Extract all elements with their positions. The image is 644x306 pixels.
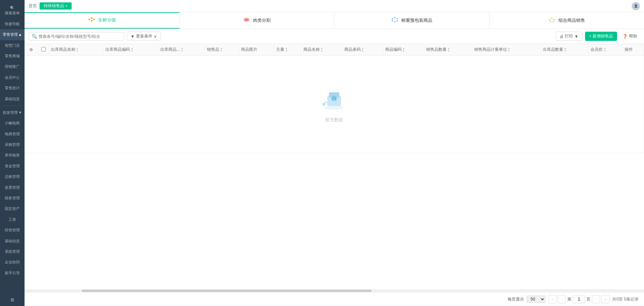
add-product-button[interactable]: + 新增销售品 (585, 32, 617, 41)
help-button[interactable]: ❓ 帮助 (620, 32, 640, 41)
sidebar-item-tax-mgmt[interactable]: 税务管理 (0, 193, 25, 203)
prev-page-button[interactable]: ‹ (558, 295, 566, 303)
sidebar-item-basic-info2[interactable]: 基础信息 (0, 236, 25, 246)
th-outlet-code[interactable]: 出库商品编码▲▼ (103, 44, 158, 56)
sidebar-item-new-guide[interactable]: 新手引导 (0, 268, 25, 278)
sidebar-item-invoice-mgmt[interactable]: 发票管理 (0, 182, 25, 193)
toolbar-right: 🖨 打印 ▼ + 新增销售品 ❓ 帮助 (556, 32, 640, 41)
sidebar-item-retail-mgmt[interactable]: 零售管理 ▲ (0, 29, 25, 40)
svg-point-1 (91, 17, 92, 19)
topbar: 首页 特殊销售品 × 👤 (25, 0, 644, 12)
tab-weigh-pack[interactable]: 称重预包装商品 (334, 12, 490, 29)
svg-point-13 (551, 18, 553, 19)
content-area: 生鲜分级 肉类分割 (25, 12, 644, 306)
per-page-label: 每页显示 (508, 296, 524, 302)
print-button[interactable]: 🖨 打印 ▼ (556, 32, 582, 41)
svg-point-16 (553, 21, 554, 22)
breadcrumb-home[interactable]: 首页 (29, 3, 37, 9)
fresh-icon (88, 16, 95, 24)
sort-arrows: ▲▼ (76, 47, 79, 52)
arrow-icon: ▲ (18, 32, 22, 37)
scrollbar-thumb[interactable] (82, 290, 372, 292)
sort-arrows-7: ▲▼ (361, 47, 364, 52)
table-container: ⚙ 出库商品名称▲▼ 出库商品编码▲▼ 出库商品...▲▼ (25, 44, 644, 289)
sidebar-item-sales-promo[interactable]: 营销推广 (0, 61, 25, 72)
sidebar-item-retail-stats[interactable]: 零售统计 (0, 83, 25, 93)
empty-text: 暂无数据 (325, 117, 343, 123)
filter-button[interactable]: ▼ 更多条件 ∨ (127, 32, 161, 41)
horizontal-scrollbar[interactable] (25, 289, 644, 292)
sidebar-item-member-center[interactable]: 会员中心 (0, 72, 25, 83)
first-page-button[interactable]: « (548, 295, 556, 303)
th-main-weight[interactable]: 主量▲▼ (274, 44, 301, 56)
arrow-icon-batch: ▼ (18, 110, 22, 115)
svg-point-10 (394, 21, 395, 22)
svg-point-15 (550, 21, 551, 22)
sidebar-search[interactable]: 🔍 搜索菜单 (0, 3, 25, 19)
sidebar-item-mini-ecom[interactable]: 小畅电商 (0, 118, 25, 128)
tab-combo-sale[interactable]: 组合商品销售 (490, 12, 644, 29)
sidebar-item-corp-coop[interactable]: 企业协同 (0, 257, 25, 267)
svg-point-14 (554, 19, 555, 20)
meat-icon (243, 17, 250, 25)
th-sale-qty[interactable]: 销售品数量▲▼ (424, 44, 472, 56)
per-page-select[interactable]: 50 10 20 100 (527, 295, 545, 303)
close-tab-button[interactable]: × (65, 4, 68, 8)
svg-point-23 (323, 103, 325, 106)
last-page-button[interactable]: » (601, 295, 610, 303)
active-tab-label: 特殊销售品 (44, 3, 64, 9)
sidebar-item-smart-store[interactable]: 智慧门店 (0, 40, 25, 51)
sidebar-settings[interactable]: ⚙ (0, 294, 25, 306)
svg-point-17 (325, 106, 344, 110)
sidebar-item-inventory[interactable]: 库存核算 (0, 150, 25, 160)
sidebar: 🔍 搜索菜单 快捷导航 零售管理 ▲ 智慧门店 零售商城 营销推广 会员中心 零… (0, 0, 25, 306)
topbar-right: 👤 (632, 2, 640, 10)
th-gear[interactable]: ⚙ (25, 44, 38, 56)
tab-meat-cut[interactable]: 肉类分割 (180, 12, 335, 29)
sidebar-item-ecom-mgmt[interactable]: 电商管理 (0, 129, 25, 139)
next-page-button[interactable]: › (592, 295, 600, 303)
search-box[interactable]: 🔍 (29, 32, 124, 41)
select-all-checkbox[interactable] (41, 47, 46, 51)
tab-meat-cut-label: 肉类分割 (253, 17, 271, 24)
avatar[interactable]: 👤 (632, 2, 640, 10)
th-product-name[interactable]: 商品名称▲▼ (301, 44, 342, 56)
th-checkbox[interactable] (38, 44, 48, 56)
sidebar-item-basic-info[interactable]: 基础信息 (0, 94, 25, 104)
active-tab[interactable]: 特殊销售品 × (40, 2, 72, 10)
empty-row: 暂无数据 (25, 56, 644, 153)
svg-point-5 (245, 19, 248, 21)
th-outlet-qty[interactable]: 出库品数量▲▼ (540, 44, 588, 56)
page-input[interactable] (573, 295, 585, 303)
sidebar-item-finance[interactable]: 资金管理 (0, 161, 25, 171)
th-sale-unit[interactable]: 销售商品计量单位▲▼ (472, 44, 540, 56)
search-input[interactable] (39, 34, 121, 39)
th-sale-item[interactable]: 销售品▲▼ (205, 44, 239, 56)
th-outlet-name[interactable]: 出库商品名称▲▼ (48, 44, 103, 56)
sidebar-item-ops-mgmt[interactable]: 经营管理 (0, 225, 25, 235)
tab-fresh-grade[interactable]: 生鲜分级 (25, 12, 180, 29)
sort-arrows-12: ▲▼ (603, 47, 606, 52)
page-navigation: « ‹ 第 页 › » (548, 295, 610, 303)
sidebar-item-sys-mgmt[interactable]: 系统管理 (0, 246, 25, 257)
toolbar: 🔍 ▼ 更多条件 ∨ 🖨 打印 ▼ + 新增销售品 ❓ 帮助 (25, 29, 644, 44)
gear-icon: ⚙ (1, 297, 23, 303)
sidebar-item-purchase-mgmt[interactable]: 采购管理 (0, 139, 25, 150)
th-outlet-spec[interactable]: 出库商品...▲▼ (158, 44, 205, 56)
sidebar-item-fixed-assets[interactable]: 固定资产 (0, 203, 25, 214)
svg-point-8 (396, 18, 398, 19)
sidebar-item-quick-nav[interactable]: 快捷导航 (0, 19, 25, 29)
th-product-code[interactable]: 商品编码▲▼ (383, 44, 424, 56)
tab-fresh-grade-label: 生鲜分级 (98, 17, 116, 23)
combo-icon (548, 17, 556, 25)
sidebar-item-general-ledger[interactable]: 总账管理 (0, 171, 25, 182)
sidebar-item-batch-mgmt[interactable]: 批发管理 ▼ (0, 107, 25, 118)
sort-arrows-8: ▲▼ (402, 47, 405, 52)
category-tabs: 生鲜分级 肉类分割 (25, 12, 644, 29)
sidebar-item-retail-mall[interactable]: 零售商城 (0, 51, 25, 61)
main-area: 首页 特殊销售品 × 👤 (25, 0, 644, 306)
th-member-price[interactable]: 会员价▲▼ (588, 44, 623, 56)
sidebar-item-payroll[interactable]: 工资 (0, 214, 25, 225)
filter-icon: ▼ (131, 34, 135, 39)
th-barcode[interactable]: 商品条码▲▼ (342, 44, 383, 56)
